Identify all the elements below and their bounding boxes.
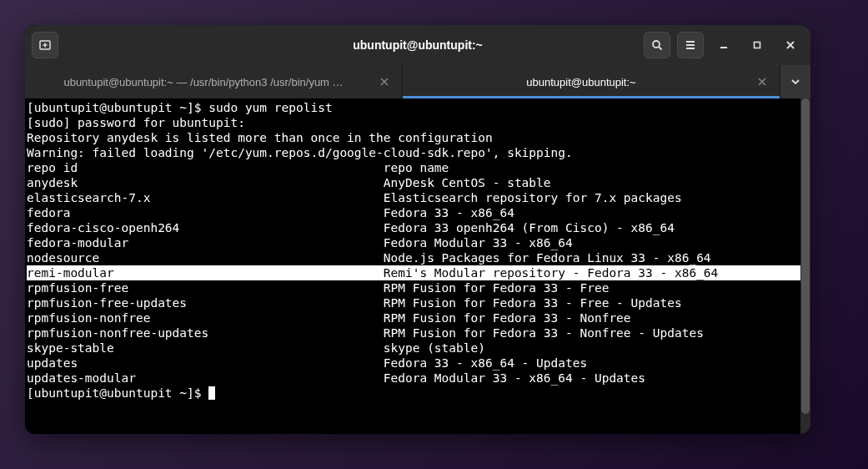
terminal-line: fedora-cisco-openh264 Fedora 33 openh264… <box>27 220 809 235</box>
terminal-line: updates-modular Fedora Modular 33 - x86_… <box>27 371 809 386</box>
terminal-line: repo id repo name <box>27 160 809 175</box>
window-controls <box>644 32 804 58</box>
terminal-line: [sudo] password for ubuntupit: <box>27 115 809 130</box>
terminal-line: skype-stable skype (stable) <box>27 340 809 356</box>
tab-close-button[interactable] <box>377 74 392 89</box>
new-tab-button[interactable] <box>32 32 58 58</box>
terminal-content[interactable]: [ubuntupit@ubuntupit ~]$ sudo yum repoli… <box>27 100 809 401</box>
titlebar: ubuntupit@ubuntupit:~ <box>25 25 810 65</box>
terminal-line: [ubuntupit@ubuntupit ~]$ sudo yum repoli… <box>27 100 809 115</box>
close-icon <box>380 78 389 86</box>
terminal-prompt: [ubuntupit@ubuntupit ~]$ <box>27 386 208 400</box>
terminal-prompt-line: [ubuntupit@ubuntupit ~]$ <box>27 386 809 401</box>
tab-dropdown-button[interactable] <box>780 65 810 98</box>
minimize-icon <box>718 39 730 51</box>
scrollbar[interactable] <box>800 98 810 434</box>
tab-1[interactable]: ubuntupit@ubuntupit:~ <box>403 65 780 98</box>
tabbar: ubuntupit@ubuntupit:~ — /usr/bin/python3… <box>25 65 810 98</box>
tab-label: ubuntupit@ubuntupit:~ — /usr/bin/python3… <box>35 76 372 88</box>
scrollbar-thumb[interactable] <box>801 98 810 414</box>
terminal-line: remi-modular Remi's Modular repository -… <box>27 265 809 280</box>
new-tab-icon <box>38 38 52 52</box>
terminal-line: nodesource Node.js Packages for Fedora L… <box>27 250 809 265</box>
terminal-window: ubuntupit@ubuntupit:~ <box>25 25 810 434</box>
terminal-line: rpmfusion-free-updates RPM Fusion for Fe… <box>27 295 809 310</box>
terminal-line: updates Fedora 33 - x86_64 - Updates <box>27 356 809 371</box>
minimize-button[interactable] <box>710 32 737 58</box>
close-icon <box>785 39 796 51</box>
terminal-line: rpmfusion-nonfree RPM Fusion for Fedora … <box>27 310 809 325</box>
close-button[interactable] <box>777 32 804 58</box>
window-title: ubuntupit@ubuntupit:~ <box>353 38 483 52</box>
hamburger-icon <box>684 38 697 52</box>
tab-0[interactable]: ubuntupit@ubuntupit:~ — /usr/bin/python3… <box>25 65 403 98</box>
terminal-line: anydesk AnyDesk CentOS - stable <box>27 175 809 190</box>
search-icon <box>650 38 664 52</box>
svg-line-4 <box>659 47 662 50</box>
menu-button[interactable] <box>677 32 704 58</box>
terminal-body[interactable]: [ubuntupit@ubuntupit ~]$ sudo yum repoli… <box>25 98 810 434</box>
terminal-cursor <box>208 386 215 400</box>
terminal-line: Repository anydesk is listed more than o… <box>27 130 809 145</box>
terminal-line: Warning: failed loading '/etc/yum.repos.… <box>27 145 809 160</box>
terminal-line: fedora-modular Fedora Modular 33 - x86_6… <box>27 235 809 250</box>
terminal-line: fedora Fedora 33 - x86_64 <box>27 205 809 220</box>
tab-close-button[interactable] <box>755 74 770 89</box>
terminal-line: elasticsearch-7.x Elasticsearch reposito… <box>27 190 809 205</box>
maximize-button[interactable] <box>744 32 770 58</box>
terminal-line: rpmfusion-nonfree-updates RPM Fusion for… <box>27 325 809 340</box>
svg-point-3 <box>653 41 660 48</box>
maximize-icon <box>751 39 763 51</box>
tab-label: ubuntupit@ubuntupit:~ <box>413 76 750 88</box>
close-icon <box>758 78 766 86</box>
terminal-line: rpmfusion-free RPM Fusion for Fedora 33 … <box>27 280 809 295</box>
search-button[interactable] <box>644 32 670 58</box>
svg-rect-9 <box>755 43 760 48</box>
chevron-down-icon <box>790 77 800 87</box>
